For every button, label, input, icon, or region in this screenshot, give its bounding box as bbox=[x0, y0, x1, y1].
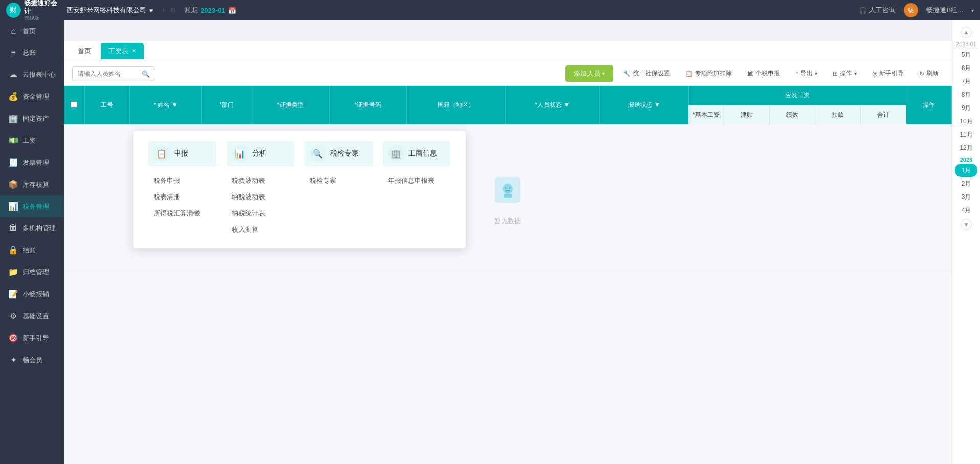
inventory-icon: 📦 bbox=[8, 180, 18, 189]
month-10[interactable]: 10月 bbox=[955, 115, 977, 128]
tab-home[interactable]: 首页 bbox=[70, 43, 99, 59]
add-company-icon[interactable]: ＋ bbox=[160, 6, 167, 15]
menu-item-tax-form[interactable]: 税表清册 bbox=[148, 189, 216, 205]
panel-down-arrow[interactable]: ▼ bbox=[961, 219, 972, 230]
biz-title: 工商信息 bbox=[408, 149, 437, 158]
sidebar-item-settings[interactable]: ⚙ 基础设置 bbox=[0, 305, 64, 327]
col-salary-group: 应发工资 bbox=[688, 86, 906, 105]
biz-icon: 🏢 bbox=[388, 145, 404, 162]
sidebar-item-fund[interactable]: 💰 资金管理 bbox=[0, 85, 64, 107]
menu-section-expert: 🔍 税检专家 税检专家 bbox=[299, 141, 378, 238]
sidebar-item-label: 首页 bbox=[23, 27, 36, 36]
month-4[interactable]: 4月 bbox=[955, 204, 977, 217]
menu-item-tax-declare[interactable]: 税务申报 bbox=[148, 172, 216, 189]
tab-salary-table[interactable]: 工资表 ✕ bbox=[101, 43, 144, 59]
select-all-checkbox[interactable] bbox=[71, 101, 77, 108]
month-12[interactable]: 12月 bbox=[955, 141, 977, 154]
month-3[interactable]: 3月 bbox=[955, 190, 977, 204]
ledger-icon: ≡ bbox=[8, 48, 18, 57]
menu-item-tax-calc[interactable]: 所得税汇算清缴 bbox=[148, 205, 216, 222]
headset-icon: 🎧 bbox=[859, 7, 867, 14]
multi-icon: 🏛 bbox=[8, 224, 18, 233]
col-operate: 操作 bbox=[906, 86, 951, 124]
declare-title: 申报 bbox=[174, 149, 188, 158]
calendar-icon[interactable]: 📅 bbox=[228, 7, 236, 14]
menu-section-expert-header: 🔍 税检专家 bbox=[304, 141, 373, 166]
operate-btn[interactable]: ⊞ 操作 ▾ bbox=[827, 65, 862, 82]
menu-section-declare-header: 📋 申报 bbox=[148, 141, 216, 166]
sidebar-item-tax[interactable]: 📊 税务管理 bbox=[0, 195, 64, 217]
sidebar-item-cloud[interactable]: ☁ 云报表中心 bbox=[0, 63, 64, 85]
guide-btn[interactable]: ◎ 新手引导 bbox=[867, 65, 909, 82]
menu-item-tax-expert[interactable]: 税检专家 bbox=[304, 172, 373, 189]
sidebar-item-label: 资金管理 bbox=[23, 92, 49, 101]
company-selector[interactable]: 西安虾米网络科技有限公司 ▾ bbox=[62, 4, 157, 17]
sidebar-item-label: 工资 bbox=[23, 136, 36, 145]
period-display: 账期 2023-01 📅 bbox=[184, 6, 236, 15]
sidebar-item-multi[interactable]: 🏛 多机构管理 bbox=[0, 217, 64, 239]
user-dropdown-icon[interactable]: ▾ bbox=[971, 8, 974, 13]
menu-item-tax-stat[interactable]: 纳税统计表 bbox=[227, 205, 295, 222]
month-1-active[interactable]: 1月 bbox=[955, 164, 977, 177]
panel-up-arrow[interactable]: ▲ bbox=[961, 27, 972, 38]
sidebar-item-home[interactable]: ⌂ 首页 bbox=[0, 20, 64, 42]
menu-section-biz: 🏢 工商信息 年报信息申报表 bbox=[378, 141, 456, 238]
sidebar-item-inventory[interactable]: 📦 库存核算 bbox=[0, 173, 64, 195]
month-5[interactable]: 5月 bbox=[955, 48, 977, 61]
refresh-btn[interactable]: ↻ 刷新 bbox=[914, 65, 944, 82]
col-allowance: 津贴 bbox=[724, 105, 770, 125]
menu-item-tax-burden[interactable]: 税负波动表 bbox=[227, 172, 295, 189]
refresh-label: 刷新 bbox=[926, 69, 939, 78]
settings-icon[interactable]: ⚙ bbox=[170, 7, 176, 14]
sidebar-item-label: 多机构管理 bbox=[23, 224, 56, 233]
user-avatar[interactable]: 畅 bbox=[904, 3, 918, 17]
special-deduction-btn[interactable]: 📋 专项附加扣除 bbox=[680, 65, 737, 82]
app-title: 畅捷通好会计 bbox=[24, 0, 62, 15]
sidebar-item-invoice[interactable]: 🧾 发票管理 bbox=[0, 151, 64, 173]
period-value: 2023-01 bbox=[201, 7, 225, 14]
add-person-btn[interactable]: 添加人员 ▾ bbox=[565, 65, 613, 82]
sidebar-item-close[interactable]: 🔒 结账 bbox=[0, 239, 64, 261]
main-content: 首页 工资表 ✕ 🔍 添加人员 ▾ 🔧 统一社保设置 📋 专项附加扣除 🏛 个税… bbox=[64, 41, 952, 464]
add-person-dropdown-icon: ▾ bbox=[602, 71, 605, 76]
month-7[interactable]: 7月 bbox=[955, 75, 977, 88]
social-insurance-btn[interactable]: 🔧 统一社保设置 bbox=[618, 65, 675, 82]
sidebar-item-member[interactable]: ✦ 畅会员 bbox=[0, 349, 64, 371]
sidebar-item-guide[interactable]: 🎯 新手引导 bbox=[0, 327, 64, 349]
sidebar-item-label: 基础设置 bbox=[23, 312, 49, 321]
month-11[interactable]: 11月 bbox=[955, 128, 977, 141]
export-btn[interactable]: ↑ 导出 ▾ bbox=[790, 65, 822, 82]
sidebar-item-asset[interactable]: 🏢 固定资产 bbox=[0, 107, 64, 129]
tab-close-icon[interactable]: ✕ bbox=[132, 48, 136, 54]
month-8[interactable]: 8月 bbox=[955, 88, 977, 101]
sidebar-item-label: 畅会员 bbox=[23, 356, 42, 365]
month-6[interactable]: 6月 bbox=[955, 61, 977, 75]
social-label: 统一社保设置 bbox=[633, 69, 670, 78]
tax-declare-label: 个税申报 bbox=[755, 69, 780, 78]
logo-text: 畅捷通好会计 旗舰版 bbox=[24, 0, 62, 21]
close-accounts-icon: 🔒 bbox=[8, 245, 18, 255]
sidebar-item-label: 税务管理 bbox=[23, 202, 49, 211]
search-icon[interactable]: 🔍 bbox=[142, 70, 150, 77]
month-2[interactable]: 2月 bbox=[955, 177, 977, 190]
company-name: 西安虾米网络科技有限公司 bbox=[67, 6, 146, 15]
sidebar-item-ledger[interactable]: ≡ 总账 bbox=[0, 42, 64, 63]
col-check[interactable] bbox=[64, 86, 84, 124]
fund-icon: 💰 bbox=[8, 92, 18, 101]
svg-rect-3 bbox=[504, 194, 512, 198]
chevron-down-icon[interactable]: ▾ bbox=[149, 7, 153, 14]
sidebar-item-archive[interactable]: 📁 归档管理 bbox=[0, 261, 64, 283]
tab-bar: 首页 工资表 ✕ bbox=[64, 41, 952, 61]
help-btn[interactable]: 🎧 人工咨询 bbox=[859, 6, 896, 15]
tax-declare-btn[interactable]: 🏛 个税申报 bbox=[742, 65, 785, 82]
search-wrapper: 🔍 bbox=[72, 66, 154, 81]
top-bar-right: 🎧 人工咨询 畅 畅捷通B组... ▾ bbox=[859, 3, 974, 17]
menu-item-income-calc[interactable]: 收入测算 bbox=[227, 222, 295, 238]
col-performance: 绩效 bbox=[770, 105, 815, 125]
sidebar-item-report[interactable]: 📝 小畅报销 bbox=[0, 283, 64, 305]
social-icon: 🔧 bbox=[623, 70, 631, 77]
sidebar-item-salary[interactable]: 💵 工资 bbox=[0, 129, 64, 151]
menu-item-annual-report[interactable]: 年报信息申报表 bbox=[383, 172, 451, 189]
month-9[interactable]: 9月 bbox=[955, 101, 977, 115]
menu-item-tax-payment[interactable]: 纳税波动表 bbox=[227, 189, 295, 205]
